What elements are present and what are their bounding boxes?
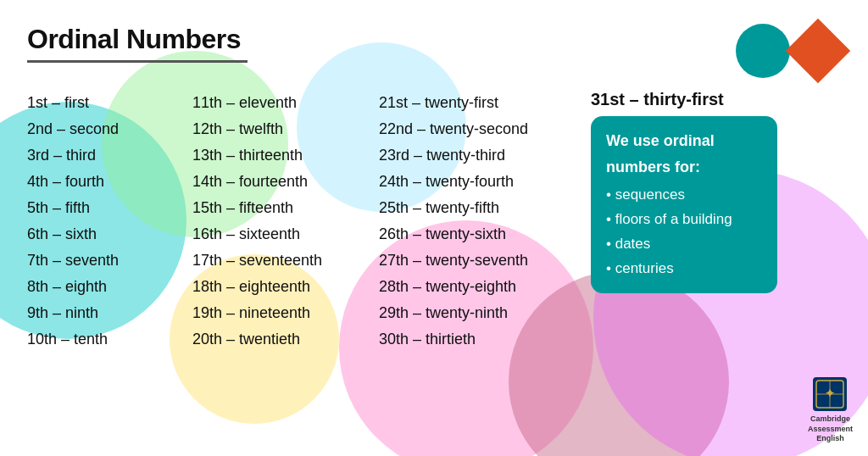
list-item: 6th – sixth [27, 221, 192, 247]
list-item: 11th – eleventh [192, 90, 379, 116]
column-4: 31st – thirty-first We use ordinal numbe… [582, 90, 841, 439]
title-section: Ordinal Numbers [27, 24, 248, 63]
list-item: dates [606, 232, 762, 257]
ordinal-columns: 1st – first2nd – second3rd – third4th – … [27, 90, 841, 439]
list-item: 30th – thirtieth [379, 326, 582, 353]
column-2: 11th – eleventh12th – twelfth13th – thir… [192, 90, 379, 439]
list-item: 17th – seventeenth [192, 247, 379, 274]
teal-circle-icon [736, 24, 790, 78]
cambridge-logo: ✦ Cambridge Assessment English [808, 375, 853, 444]
list-item: 5th – fifth [27, 195, 192, 221]
list-item: 20th – twentieth [192, 326, 379, 353]
list-item: 2nd – second [27, 116, 192, 142]
cambridge-text: Cambridge Assessment English [808, 414, 853, 444]
list-item: 9th – ninth [27, 300, 192, 326]
cambridge-crest-icon: ✦ [811, 375, 849, 413]
list-item: 19th – nineteenth [192, 300, 379, 326]
logo-area [736, 24, 841, 78]
info-box-title: We use ordinal numbers for: [606, 128, 762, 180]
list-item: 4th – fourth [27, 169, 192, 195]
thirty-first-label: 31st – thirty-first [591, 90, 841, 109]
list-item: 1st – first [27, 90, 192, 116]
column-1: 1st – first2nd – second3rd – third4th – … [27, 90, 192, 439]
list-item: 13th – thirteenth [192, 142, 379, 169]
list-item: 25th – twenty-fifth [379, 195, 582, 221]
list-item: 28th – twenty-eighth [379, 274, 582, 300]
list-item: 16th – sixteenth [192, 221, 379, 247]
column-3: 21st – twenty-first22nd – twenty-second2… [379, 90, 582, 439]
title-underline [27, 60, 248, 63]
header: Ordinal Numbers [27, 24, 841, 78]
list-item: sequences [606, 183, 762, 208]
list-item: 24th – twenty-fourth [379, 169, 582, 195]
main-content: Ordinal Numbers 1st – first2nd – second3… [0, 0, 868, 456]
list-item: 7th – seventh [27, 247, 192, 274]
info-box-list: sequencesfloors of a buildingdatescentur… [606, 183, 762, 281]
list-item: 21st – twenty-first [379, 90, 582, 116]
list-item: 8th – eighth [27, 274, 192, 300]
page-title: Ordinal Numbers [27, 24, 248, 55]
list-item: 18th – eighteenth [192, 274, 379, 300]
list-item: 29th – twenty-ninth [379, 300, 582, 326]
list-item: 15th – fifteenth [192, 195, 379, 221]
list-item: 12th – twelfth [192, 116, 379, 142]
list-item: centuries [606, 257, 762, 281]
list-item: 14th – fourteenth [192, 169, 379, 195]
list-item: 10th – tenth [27, 326, 192, 353]
list-item: floors of a building [606, 208, 762, 232]
list-item: 3rd – third [27, 142, 192, 169]
list-item: 23rd – twenty-third [379, 142, 582, 169]
red-diamond-icon [786, 19, 850, 83]
info-box: We use ordinal numbers for: sequencesflo… [591, 116, 777, 293]
list-item: 27th – twenty-seventh [379, 247, 582, 274]
list-item: 22nd – twenty-second [379, 116, 582, 142]
list-item: 26th – twenty-sixth [379, 221, 582, 247]
